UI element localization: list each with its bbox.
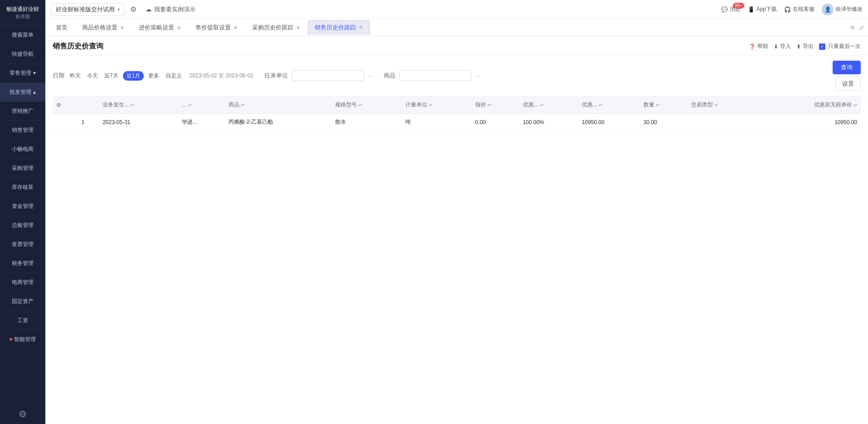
sidebar-item-purchase[interactable]: 采购管理 [0,159,45,178]
sidebar-item-ecom-small[interactable]: 小畅电商 [0,140,45,159]
tab-sales-history[interactable]: 销售历史价跟踪 ✕ [308,20,370,35]
tab-price-settings-close[interactable]: ✕ [120,25,124,31]
gear-col-icon: ⚙ [56,102,61,108]
tab-price-settings-label: 商品价格设置 [82,24,117,32]
date-opt-yesterday[interactable]: 昨天 [68,71,83,81]
sidebar-settings-button[interactable]: ⚙ [0,404,45,424]
sidebar-item-quick-nav[interactable]: 快捷导航 [0,45,45,64]
col-discount-amt[interactable]: 优惠... ▴▾ [578,96,640,114]
table-settings-button[interactable]: 设置 [835,77,861,91]
tab-purchase-history-label: 采购历史价跟踪 [252,24,293,32]
sort-icon: ▴▾ [599,103,602,107]
tab-purchase-history-close[interactable]: ✕ [296,25,300,31]
tab-bar: 首页 商品价格设置 ✕ 进价策略设置 ✕ 售价提取设置 ✕ 采购历史价跟踪 ✕ … [45,19,868,36]
col-qty[interactable]: 数量 ▴▾ [640,96,688,114]
cell-product: 丙烯酸-2-乙基己酯 [225,114,332,131]
supplier-filter-group: 往来单位 ··· [264,70,373,81]
help-label: 帮助 [757,43,768,50]
col-discount-rate[interactable]: 优惠... ▴▾ [519,96,578,114]
import-button[interactable]: ⬇ 导入 [774,43,791,50]
date-opt-today[interactable]: 今天 [85,71,100,81]
table-header-row: ⚙ 业务发生... ▴▾ ... ▴▾ [53,96,861,114]
tab-price-extract[interactable]: 售价提取设置 ✕ [189,20,244,34]
tab-price-extract-close[interactable]: ✕ [234,25,238,31]
sidebar-item-ecom[interactable]: 电商管理 [0,273,45,292]
col-biz-date[interactable]: 业务发生... ▴▾ [99,96,178,114]
sidebar-item-wholesale[interactable]: 批发管理 ▴ [0,83,45,102]
chevron-down-icon: ▾ [33,70,36,76]
topbar: 好业财标准版交付试用 ▾ ⚙ ☁ 我要看实例演示 💬 消息 99+ 📱 App下… [45,0,868,19]
tab-home[interactable]: 首页 [49,20,74,34]
product-dots[interactable]: ··· [475,72,480,79]
sort-icon: ▴▾ [853,103,857,107]
cell-seq: 1 [78,114,99,131]
col-product[interactable]: 商品 ▴▾ [225,96,332,114]
page-content: 销售历史价查询 ❓ 帮助 ⬇ 导入 ⬆ 导出 ✓ 只看最后一次 [45,36,868,424]
sort-icon: ▴▾ [130,103,134,107]
sidebar-item-tax[interactable]: 税务管理 [0,254,45,273]
tab-purchase-strategy-close[interactable]: ✕ [177,25,181,31]
customer-service-button[interactable]: 🎧 在线客服 [784,5,814,13]
topbar-right: 💬 消息 99+ 📱 App下载 🎧 在线客服 👤 徐泽华修改 [721,4,863,15]
col-pretax-price[interactable]: 优惠前无税单价 ▴▾ [757,96,861,114]
sidebar-item-search[interactable]: 搜索菜单 [0,26,45,45]
sidebar-item-payroll[interactable]: 工资 [0,311,45,330]
help-icon: ❓ [749,43,756,50]
date-opt-more[interactable]: 更多 [146,71,161,81]
table-row: 1 2023-05-31 华迹... 丙烯酸-2-乙基己酯 散水 吨 0.00 … [53,114,861,131]
sort-icon: ▴▾ [714,103,718,107]
cell-spec: 散水 [332,114,401,131]
date-options: 昨天 今天 近7天 近1月 更多 自定义 [68,71,184,81]
topbar-settings-icon[interactable]: ⚙ [130,5,137,14]
col-spec[interactable]: 规格型号 ▴▾ [332,96,401,114]
col-unit[interactable]: 计量单位 ▴▾ [402,96,472,114]
close-window-icon[interactable]: ✕ [850,24,855,31]
supplier-dots[interactable]: ··· [368,72,373,79]
query-button[interactable]: 查询 [833,61,861,74]
window-controls: ✕ ⤢ [850,24,864,31]
help-button[interactable]: ❓ 帮助 [749,43,768,50]
smart-dot [10,338,12,341]
sidebar-item-invoice[interactable]: 发票管理 [0,235,45,254]
only-last-checkbox[interactable]: ✓ 只看最后一次 [819,43,861,50]
user-menu[interactable]: 👤 徐泽华修改 [822,4,863,15]
tab-purchase-history[interactable]: 采购历史价跟踪 ✕ [245,20,307,34]
demo-link[interactable]: ☁ 我要看实例演示 [146,5,195,14]
sidebar-item-finance[interactable]: 资金管理 [0,197,45,216]
product-input[interactable] [399,70,472,81]
col-gear[interactable]: ⚙ [53,96,78,114]
import-icon: ⬇ [774,43,778,50]
logo-line1: 畅捷通好业财 [4,5,42,13]
supplier-input[interactable] [292,70,364,81]
sidebar-item-inventory[interactable]: 库存核算 [0,178,45,197]
col-extra[interactable]: ... ▴▾ [178,96,225,114]
col-price[interactable]: 报价 ▴▾ [472,96,519,114]
col-trade-type[interactable]: 交易类型 ▴▾ [688,96,757,114]
sidebar-item-sales[interactable]: 销售管理 [0,121,45,140]
tab-sales-history-close[interactable]: ✕ [359,24,363,30]
cell-extra: 华迹... [178,114,225,131]
tab-price-settings[interactable]: 商品价格设置 ✕ [75,20,131,34]
sidebar-item-smart[interactable]: 智能管理 [0,330,45,349]
sidebar-item-assets[interactable]: 固定资产 [0,292,45,311]
export-button[interactable]: ⬆ 导出 [796,43,814,50]
sidebar-item-retail[interactable]: 零售管理 ▾ [0,64,45,83]
cell-gear [53,114,78,131]
sidebar-item-marketing[interactable]: 营销推广 [0,102,45,121]
message-button[interactable]: 💬 消息 99+ [721,5,741,13]
export-icon: ⬆ [796,43,801,50]
app-download-button[interactable]: 📱 App下载 [748,5,777,13]
sort-icon: ▴▾ [429,103,432,107]
export-label: 导出 [803,43,814,50]
version-selector[interactable]: 好业财标准版交付试用 ▾ [51,3,125,16]
maximize-window-icon[interactable]: ⤢ [859,24,864,31]
date-opt-custom[interactable]: 自定义 [164,71,184,81]
main-content: 好业财标准版交付试用 ▾ ⚙ ☁ 我要看实例演示 💬 消息 99+ 📱 App下… [45,0,868,424]
page-title: 销售历史价查询 [53,42,749,51]
tab-purchase-strategy[interactable]: 进价策略设置 ✕ [132,20,188,34]
date-opt-last1m[interactable]: 近1月 [123,71,144,81]
cell-discount-rate: 100.00% [519,114,578,131]
sort-icon: ▴▾ [540,103,543,107]
date-opt-last7[interactable]: 近7天 [102,71,120,81]
sidebar-item-accounting[interactable]: 总账管理 [0,216,45,235]
